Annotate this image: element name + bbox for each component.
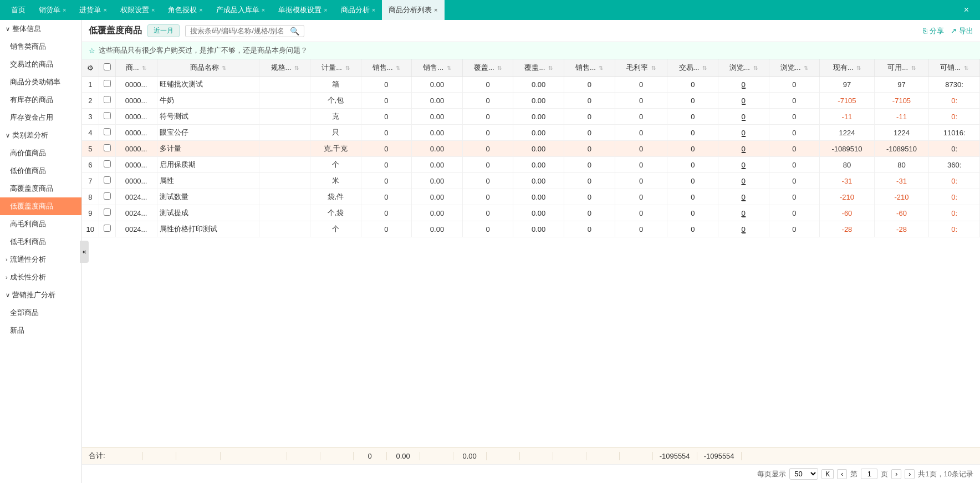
row-checkbox[interactable]: [99, 77, 115, 93]
col-sales3[interactable]: 销售... ⇅: [564, 59, 615, 77]
first-page-button[interactable]: K: [821, 469, 834, 479]
nav-close-icon[interactable]: ×: [372, 7, 375, 13]
sidebar-item-high-coverage[interactable]: 高覆盖度商品: [0, 180, 81, 197]
row-browse1[interactable]: 0̲: [718, 205, 769, 221]
row-stock3: 0:: [929, 189, 980, 205]
row-browse1[interactable]: 0̲: [718, 141, 769, 157]
row-browse1[interactable]: 0̲: [718, 77, 769, 93]
row-checkbox[interactable]: [99, 173, 115, 189]
col-name[interactable]: 商品名称 ⇅: [157, 59, 259, 77]
col-margin[interactable]: 毛利率 ⇅: [615, 59, 667, 77]
sidebar-group-liquidity[interactable]: › 流通性分析: [0, 251, 81, 268]
row-name[interactable]: 属性: [157, 173, 259, 189]
sidebar-collapse-button[interactable]: «: [80, 241, 89, 263]
row-checkbox[interactable]: [99, 221, 115, 237]
col-spec[interactable]: 规格... ⇅: [259, 59, 310, 77]
col-stock1[interactable]: 现有... ⇅: [820, 59, 875, 77]
sidebar: ∨ 整体信息 销售类商品 交易过的商品 商品分类动销率 有库存的商品 库存资金占…: [0, 20, 82, 483]
col-checkbox[interactable]: [99, 59, 115, 77]
row-margin: 0: [615, 173, 667, 189]
page-number-input[interactable]: [861, 469, 877, 479]
export-button[interactable]: ↗ 导出: [951, 26, 973, 36]
sidebar-item-new-goods[interactable]: 新品: [0, 322, 81, 339]
row-name[interactable]: 属性价格打印测试: [157, 221, 259, 237]
row-browse1[interactable]: 0̲: [718, 157, 769, 173]
row-checkbox[interactable]: [99, 205, 115, 221]
col-sales1[interactable]: 销售... ⇅: [361, 59, 412, 77]
row-checkbox[interactable]: [99, 93, 115, 109]
row-checkbox[interactable]: [99, 109, 115, 125]
row-name[interactable]: 牛奶: [157, 93, 259, 109]
sidebar-item-stock-capital[interactable]: 库存资金占用: [0, 109, 81, 126]
prev-page-button[interactable]: ‹: [837, 469, 847, 479]
col-stock2[interactable]: 可用... ⇅: [874, 59, 929, 77]
row-name[interactable]: 旺铺批次测试: [157, 77, 259, 93]
row-name[interactable]: 测试数量: [157, 189, 259, 205]
sidebar-item-sales-goods[interactable]: 销售类商品: [0, 38, 81, 55]
sidebar-group-marketing[interactable]: ∨ 营销推广分析: [0, 286, 81, 304]
nav-close-icon[interactable]: ×: [324, 7, 327, 13]
row-name[interactable]: 眼宝公仔: [157, 125, 259, 141]
row-checkbox[interactable]: [99, 189, 115, 205]
select-all-checkbox[interactable]: [104, 63, 111, 70]
row-checkbox[interactable]: [99, 141, 115, 157]
col-sales2[interactable]: 销售... ⇅: [412, 59, 463, 77]
row-browse1[interactable]: 0̲: [718, 109, 769, 125]
row-name[interactable]: 符号测试: [157, 109, 259, 125]
col-browse1[interactable]: 浏览... ⇅: [718, 59, 769, 77]
nav-close-icon[interactable]: ×: [434, 7, 437, 13]
nav-close-icon[interactable]: ×: [103, 7, 106, 13]
nav-sales-order[interactable]: 销货单 ×: [32, 0, 73, 20]
row-name[interactable]: 测试提成: [157, 205, 259, 221]
sidebar-item-traded-goods[interactable]: 交易过的商品: [0, 55, 81, 73]
sidebar-item-all-goods[interactable]: 全部商品: [0, 304, 81, 322]
col-stock3[interactable]: 可销... ⇅: [929, 59, 980, 77]
nav-product-analysis[interactable]: 商品分析 ×: [334, 0, 382, 20]
row-browse1[interactable]: 0̲: [718, 189, 769, 205]
col-settings[interactable]: ⚙: [82, 59, 99, 77]
col-coverage2[interactable]: 覆盖... ⇅: [513, 59, 564, 77]
row-browse1[interactable]: 0̲: [718, 173, 769, 189]
nav-home[interactable]: 首页: [4, 0, 32, 20]
col-code[interactable]: 商... ⇅: [115, 59, 157, 77]
col-unit[interactable]: 计量... ⇅: [310, 59, 361, 77]
sidebar-item-low-coverage[interactable]: 低覆盖度商品: [0, 197, 81, 215]
row-checkbox[interactable]: [99, 125, 115, 141]
nav-close-icon[interactable]: ×: [262, 7, 265, 13]
row-browse2: 0: [769, 173, 820, 189]
nav-product-warehouse[interactable]: 产成品入库单 ×: [210, 0, 272, 20]
nav-close-icon[interactable]: ×: [151, 7, 155, 13]
nav-role-auth[interactable]: 角色授权 ×: [161, 0, 209, 20]
col-browse2[interactable]: 浏览... ⇅: [769, 59, 820, 77]
sidebar-item-low-value[interactable]: 低价值商品: [0, 162, 81, 180]
sidebar-item-stock-goods[interactable]: 有库存的商品: [0, 91, 81, 109]
share-button[interactable]: ⎘ 分享: [923, 26, 944, 36]
col-transaction[interactable]: 交易... ⇅: [667, 59, 718, 77]
nav-purchase-order[interactable]: 进货单 ×: [73, 0, 113, 20]
sidebar-item-high-margin[interactable]: 高毛利商品: [0, 215, 81, 233]
nav-close-icon[interactable]: ×: [199, 7, 202, 13]
row-name[interactable]: 多计量: [157, 141, 259, 157]
sidebar-group-category[interactable]: ∨ 类别差分析: [0, 126, 81, 144]
sidebar-item-high-value[interactable]: 高价值商品: [0, 144, 81, 162]
row-browse1[interactable]: 0̲: [718, 125, 769, 141]
sidebar-item-category-rate[interactable]: 商品分类动销率: [0, 73, 81, 91]
row-browse1[interactable]: 0̲: [718, 93, 769, 109]
nav-permissions[interactable]: 权限设置 ×: [114, 0, 161, 20]
sidebar-group-growth[interactable]: › 成长性分析: [0, 268, 81, 286]
sidebar-item-low-margin[interactable]: 低毛利商品: [0, 233, 81, 251]
last-page-button[interactable]: ›: [905, 469, 915, 479]
nav-product-analysis-list[interactable]: 商品分析列表 ×: [382, 0, 444, 20]
per-page-select[interactable]: 50 100 200: [789, 468, 818, 480]
nav-close-icon[interactable]: ×: [63, 7, 66, 13]
nav-template-settings[interactable]: 单据模板设置 ×: [272, 0, 334, 20]
row-browse1[interactable]: 0̲: [718, 221, 769, 237]
sidebar-group-overall[interactable]: ∨ 整体信息: [0, 20, 81, 38]
col-coverage1[interactable]: 覆盖... ⇅: [462, 59, 513, 77]
window-close-button[interactable]: ×: [957, 5, 976, 15]
search-input[interactable]: [190, 27, 290, 35]
time-filter-button[interactable]: 近一月: [147, 24, 180, 37]
row-checkbox[interactable]: [99, 157, 115, 173]
row-name[interactable]: 启用保质期: [157, 157, 259, 173]
next-page-button[interactable]: ›: [891, 469, 901, 479]
